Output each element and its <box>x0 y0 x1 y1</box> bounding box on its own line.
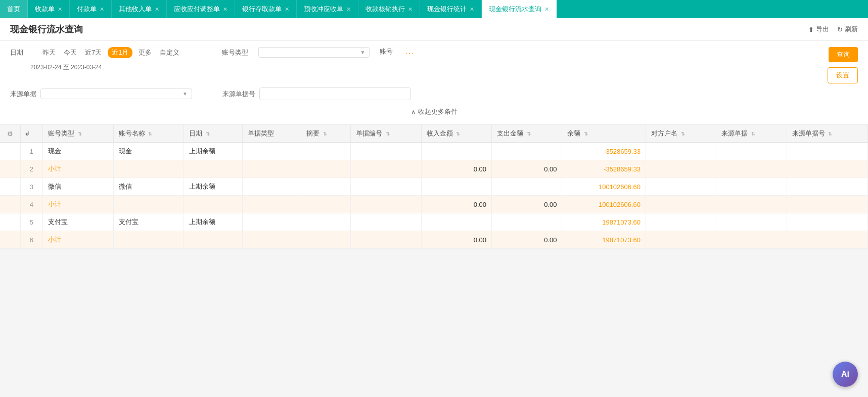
refresh-icon: ↻ <box>837 26 843 33</box>
refresh-button[interactable]: ↻ 刷新 <box>837 25 858 34</box>
tab-label: 付款单 <box>77 5 97 14</box>
close-icon[interactable]: ✕ <box>223 6 227 13</box>
nav-home[interactable]: 首页 <box>0 0 28 18</box>
row-voucher-type <box>243 160 301 178</box>
tab-label: 应收应付调整单 <box>174 5 220 14</box>
tab-receivable-adjustment[interactable]: 应收应付调整单✕ <box>167 0 235 18</box>
col-source-voucher-header[interactable]: 来源单据 ⇅ <box>716 125 787 143</box>
sort-icon: ⇅ <box>148 131 152 137</box>
row-account-name: 支付宝 <box>113 213 184 231</box>
date-option-yesterday[interactable]: 昨天 <box>40 47 58 58</box>
row-num: 3 <box>20 178 43 196</box>
tab-label: 银行存取款单 <box>242 5 282 14</box>
date-option-week[interactable]: 近7天 <box>83 47 104 58</box>
row-account-name <box>113 160 184 178</box>
row-num: 4 <box>20 196 43 213</box>
row-summary <box>301 231 351 249</box>
date-option-month1[interactable]: 近1月 <box>108 47 132 58</box>
col-balance-header[interactable]: 余额 ⇅ <box>562 125 646 143</box>
row-source-voucher <box>716 213 787 231</box>
row-voucher-type <box>243 143 301 160</box>
close-icon[interactable]: ✕ <box>408 6 413 13</box>
tab-writeoff[interactable]: 收款核销执行✕ <box>358 0 420 18</box>
close-icon[interactable]: ✕ <box>285 6 289 13</box>
query-button[interactable]: 查询 <box>829 47 858 62</box>
sort-icon: ⇅ <box>751 131 755 137</box>
date-option-more[interactable]: 更多 <box>136 47 154 58</box>
tab-receipt[interactable]: 收款单✕ <box>28 0 70 18</box>
close-icon[interactable]: ✕ <box>100 6 104 13</box>
row-counterparty <box>646 231 716 249</box>
col-counterparty-header[interactable]: 对方户名 ⇅ <box>646 125 716 143</box>
col-source-voucher-no-header[interactable]: 来源单据号 ⇅ <box>787 125 867 143</box>
row-voucher-no <box>351 213 421 231</box>
table-row[interactable]: 4 小计 0.00 0.00 100102606.60 <box>0 196 868 213</box>
source-voucher-select[interactable]: ▼ <box>40 89 192 99</box>
date-option-today[interactable]: 今天 <box>62 47 79 58</box>
row-expense <box>492 143 562 160</box>
settings-button[interactable]: 设置 <box>828 67 858 83</box>
close-icon[interactable]: ✕ <box>346 6 351 13</box>
row-counterparty <box>646 178 716 196</box>
close-icon[interactable]: ✕ <box>470 6 474 13</box>
date-option-custom[interactable]: 自定义 <box>158 47 181 58</box>
date-options: 昨天今天近7天近1月更多自定义 <box>40 47 181 58</box>
gear-icon[interactable]: ⚙ <box>7 130 13 138</box>
tab-bank-deposit[interactable]: 银行存取款单✕ <box>235 0 297 18</box>
col-account-name-header[interactable]: 账号名称 ⇅ <box>113 125 184 143</box>
row-balance: 19871073.60 <box>562 213 646 231</box>
row-num: 6 <box>20 231 43 249</box>
table-row[interactable]: 1 现金 现金 上期余额 -3528659.33 <box>0 143 868 160</box>
row-settings <box>0 196 20 213</box>
row-income <box>421 213 491 231</box>
col-date-header[interactable]: 日期 ⇅ <box>184 125 243 143</box>
table-row[interactable]: 6 小计 0.00 0.00 19871073.60 <box>0 231 868 249</box>
table-row[interactable]: 2 小计 0.00 0.00 -3528659.33 <box>0 160 868 178</box>
row-voucher-type <box>243 231 301 249</box>
col-income-header[interactable]: 收入金额 ⇅ <box>421 125 491 143</box>
tab-bank-flow[interactable]: 现金银行流水查询✕ <box>482 0 557 18</box>
tab-label: 收款单 <box>35 5 55 14</box>
row-counterparty <box>646 160 716 178</box>
tab-bank-stats[interactable]: 现金银行统计✕ <box>420 0 482 18</box>
date-label: 日期 <box>10 48 30 57</box>
source-voucher-no-input[interactable] <box>259 87 411 100</box>
sort-icon: ⇅ <box>386 131 390 137</box>
row-summary <box>301 160 351 178</box>
source-voucher-label: 来源单据 <box>10 90 36 99</box>
row-voucher-type <box>243 213 301 231</box>
row-voucher-no <box>351 196 421 213</box>
col-expense-header[interactable]: 支出金额 ⇅ <box>492 125 562 143</box>
close-icon[interactable]: ✕ <box>544 6 549 13</box>
row-counterparty <box>646 213 716 231</box>
row-voucher-type <box>243 196 301 213</box>
tab-label: 其他收入单 <box>119 5 152 14</box>
row-account-type: 微信 <box>43 178 113 196</box>
table-header-row: ⚙ # 账号类型 ⇅ 账号名称 ⇅ 日期 ⇅ 单据类型 摘要 ⇅ 单据编号 ⇅ … <box>0 125 868 143</box>
row-date: 上期余额 <box>184 143 243 160</box>
table-row[interactable]: 5 支付宝 支付宝 上期余额 19871073.60 <box>0 213 868 231</box>
col-voucher-no-header[interactable]: 单据编号 ⇅ <box>351 125 421 143</box>
row-settings <box>0 178 20 196</box>
row-num: 2 <box>20 160 43 178</box>
row-expense: 0.00 <box>492 160 562 178</box>
row-voucher-no <box>351 160 421 178</box>
row-source-voucher-no <box>787 178 867 196</box>
row-expense: 0.00 <box>492 196 562 213</box>
close-icon[interactable]: ✕ <box>155 6 159 13</box>
row-date <box>184 196 243 213</box>
tab-payment[interactable]: 付款单✕ <box>70 0 112 18</box>
table-row[interactable]: 3 微信 微信 上期余额 100102606.60 <box>0 178 868 196</box>
row-voucher-no <box>351 143 421 160</box>
export-button[interactable]: ⬆ 导出 <box>808 25 829 34</box>
col-num-header: # <box>20 125 43 143</box>
col-settings-header[interactable]: ⚙ <box>0 125 20 143</box>
collapse-button[interactable]: ∧ 收起更多条件 <box>411 107 458 116</box>
col-summary-header[interactable]: 摘要 ⇅ <box>301 125 351 143</box>
col-account-type-header[interactable]: 账号类型 ⇅ <box>43 125 113 143</box>
tab-advance-offset[interactable]: 预收冲应收单✕ <box>297 0 358 18</box>
close-icon[interactable]: ✕ <box>58 6 62 13</box>
account-dots[interactable]: ... <box>405 47 415 56</box>
tab-other-income[interactable]: 其他收入单✕ <box>112 0 167 18</box>
account-type-select[interactable]: ▼ <box>258 47 370 58</box>
